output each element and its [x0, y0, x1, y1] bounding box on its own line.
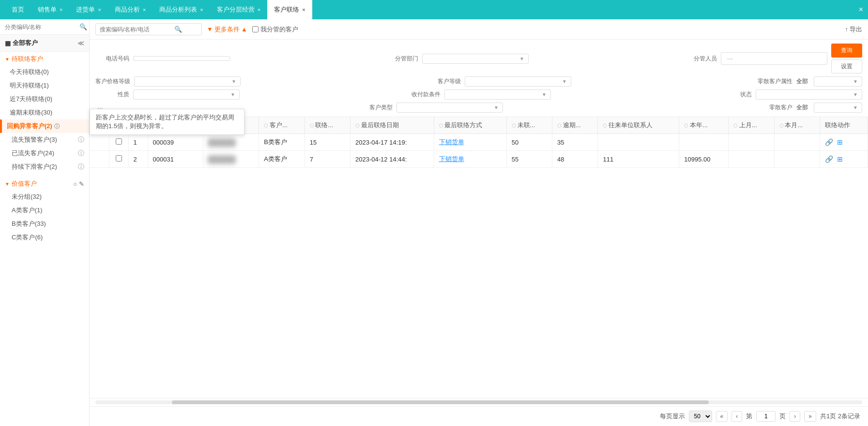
value-group-icon1[interactable]: ○	[73, 180, 77, 188]
export-button[interactable]: ↑ 导出	[845, 25, 863, 34]
cell-last-date-1: 2023-04-17 14:19:	[350, 134, 434, 151]
filter-payment-label: 收付款条件	[407, 90, 441, 99]
nav-customer-contact[interactable]: 客户联络 ×	[267, 0, 312, 19]
search-main-input[interactable]	[100, 26, 172, 33]
filter-person-select[interactable]: ···	[721, 52, 827, 65]
col-overdue[interactable]: 逾期...	[552, 117, 598, 134]
cust-type-arrow: ▼	[494, 105, 499, 110]
col-uncontacted[interactable]: 未联...	[506, 117, 552, 134]
filter-price-level-select[interactable]: ▼	[134, 76, 241, 87]
sidebar-a-class[interactable]: A类客户(1)	[0, 204, 89, 217]
per-page-select[interactable]: 50	[689, 411, 712, 422]
cell-contact-2: 7	[305, 151, 350, 168]
row2-checkbox[interactable]	[116, 155, 122, 162]
last-method-link-2[interactable]: 下销货单	[439, 155, 464, 162]
sidebar-b-class[interactable]: B类客户(33)	[0, 217, 89, 231]
horizontal-scrollbar[interactable]	[95, 400, 862, 404]
link-icon-2[interactable]: 🔗	[825, 155, 833, 163]
close-product-analysis-tab[interactable]: ×	[143, 7, 146, 13]
filter-row-1: 电话号码 分管部门 ▼ 分管人员 ··· 查询 设置	[95, 44, 862, 73]
my-customer-checkbox-area[interactable]: 我分管的客户	[252, 25, 298, 34]
col-this-year[interactable]: 本年...	[679, 117, 729, 134]
more-conditions-button[interactable]: ▼ 更多条件 ▲	[207, 25, 247, 34]
nav-sales[interactable]: 销售单 ×	[31, 0, 69, 19]
close-window-button[interactable]: ×	[859, 5, 863, 14]
last-method-link-1[interactable]: 下销货单	[439, 138, 464, 146]
sidebar-7day-pending[interactable]: 近7天待联络(0)	[0, 92, 89, 106]
prev-page-button[interactable]: ‹	[731, 411, 742, 422]
row1-checkbox[interactable]	[116, 138, 122, 145]
value-customers-group[interactable]: ▼ 价值客户 ○ ✎	[0, 176, 89, 190]
sidebar-collapse-btn[interactable]: ≪	[77, 40, 84, 47]
close-purchase-tab[interactable]: ×	[98, 7, 101, 13]
cell-uncontacted-2: 55	[506, 151, 552, 168]
filter-cust-level-select[interactable]: ▼	[465, 76, 571, 87]
nav-home[interactable]: 首页	[5, 0, 31, 19]
last-page-button[interactable]: »	[804, 411, 816, 422]
cell-last-method-2[interactable]: 下销货单	[434, 151, 506, 168]
sidebar-repurchase-abnormal[interactable]: 回购异常客户(2) ⓘ	[0, 119, 89, 133]
grid-icon-1[interactable]: ⊞	[837, 138, 843, 146]
pagination: 每页显示 50 « ‹ 第 页 › » 共1页 2条记录	[90, 406, 868, 426]
setting-button[interactable]: 设置	[831, 59, 862, 73]
filter-cust-type-select[interactable]: ▼	[396, 103, 503, 113]
per-page-label: 每页显示	[660, 412, 685, 421]
close-customer-contact-tab[interactable]: ×	[302, 7, 305, 13]
col-customer-type[interactable]: 客户...	[259, 117, 305, 134]
col-contact-person[interactable]: 往来单位联系人	[598, 117, 679, 134]
sidebar-unclassified[interactable]: 未分组(32)	[0, 190, 89, 204]
action-icons-2: 🔗 ⊞	[825, 155, 863, 163]
page-number-input[interactable]	[756, 411, 776, 422]
sidebar-overdue-uncontacted[interactable]: 逾期未联络(30)	[0, 106, 89, 119]
sidebar-search-icon[interactable]: 🔍	[79, 23, 87, 30]
link-icon-1[interactable]: 🔗	[825, 138, 833, 146]
search-main-icon[interactable]: 🔍	[174, 26, 182, 33]
my-customer-checkbox[interactable]	[252, 26, 259, 32]
filter-action-buttons: 查询 设置	[831, 44, 862, 73]
sidebar-tomorrow-pending[interactable]: 明天待联络(1)	[0, 79, 89, 92]
sidebar-all-customers[interactable]: ▦ 全部客户 ≪	[0, 35, 89, 52]
query-button[interactable]: 查询	[831, 44, 862, 58]
sidebar-search-input[interactable]	[5, 24, 77, 30]
value-group-icon2[interactable]: ✎	[79, 180, 84, 188]
filter-payment-select[interactable]: ▼	[444, 89, 551, 100]
filter-retail-select[interactable]: ▼	[814, 103, 862, 113]
sidebar-loss-warning[interactable]: 流失预警客户(3) ⓘ	[0, 133, 89, 147]
info-icon: ⓘ	[54, 123, 60, 130]
grid-icon-2[interactable]: ⊞	[837, 155, 843, 163]
col-this-month[interactable]: 本月...	[774, 117, 820, 134]
sidebar-c-class[interactable]: C类客户(6)	[0, 231, 89, 244]
sidebar-declining[interactable]: 持续下滑客户(2) ⓘ	[0, 160, 89, 174]
filter-retail-attr-select[interactable]: ▼	[814, 76, 862, 87]
filter-nature-label: 性质	[95, 90, 129, 99]
filter-phone-input[interactable]	[133, 56, 230, 61]
export-icon: ↑	[845, 26, 849, 33]
close-customer-seg-tab[interactable]: ×	[258, 7, 260, 13]
nav-customer-segmentation[interactable]: 客户分层经营 ×	[210, 0, 267, 19]
nav-product-list[interactable]: 商品分析列表 ×	[152, 0, 210, 19]
filter-status-select[interactable]: ▼	[756, 89, 862, 100]
sidebar-today-pending[interactable]: 今天待联络(0)	[0, 65, 89, 79]
filter-nature-select[interactable]: ▼	[133, 89, 240, 100]
nav-purchase[interactable]: 进货单 ×	[69, 0, 107, 19]
col-contact-count[interactable]: 联络...	[305, 117, 350, 134]
filter-dept-select[interactable]: ▼	[422, 54, 529, 64]
first-page-button[interactable]: «	[716, 411, 728, 422]
col-last-month[interactable]: 上月...	[729, 117, 774, 134]
next-page-button[interactable]: ›	[790, 411, 800, 422]
top-navigation: 首页 销售单 × 进货单 × 商品分析 × 商品分析列表 × 客户分层经营 × …	[0, 0, 868, 19]
cell-last-method-1[interactable]: 下销货单	[434, 134, 506, 151]
close-sales-tab[interactable]: ×	[60, 7, 62, 13]
sidebar-already-lost[interactable]: 已流失客户(24) ⓘ	[0, 147, 89, 160]
filter-phone-label: 电话号码	[95, 55, 129, 63]
col-last-contact-date[interactable]: 最后联络日期	[350, 117, 434, 134]
payment-arrow: ▼	[542, 92, 547, 97]
close-product-list-tab[interactable]: ×	[200, 7, 203, 13]
nav-product-analysis[interactable]: 商品分析 ×	[108, 0, 152, 19]
pending-group-title[interactable]: ▼ 待联络客户	[0, 52, 89, 65]
info-icon-decline: ⓘ	[78, 162, 84, 171]
sidebar-search-area: 🔍	[0, 19, 89, 35]
col-last-contact-method[interactable]: 最后联络方式	[434, 117, 506, 134]
scrollbar-thumb[interactable]	[172, 400, 709, 404]
cell-this-year-1	[679, 134, 729, 151]
